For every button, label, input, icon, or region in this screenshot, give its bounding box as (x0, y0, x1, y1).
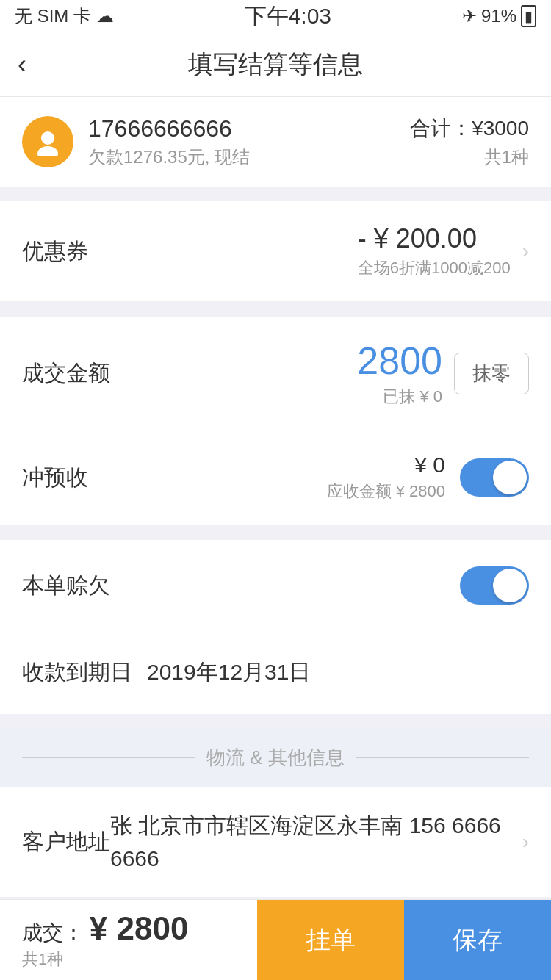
customer-phone: 17666666666 (88, 115, 250, 143)
address-row[interactable]: 客户地址 张 北京市市辖区海淀区永丰南 156 6666 6666 › (0, 787, 551, 897)
duedate-value: 2019年12月31日 (147, 657, 311, 688)
section-header: 物流 & 其他信息 (0, 729, 551, 787)
status-left: 无 SIM 卡 ☁ (15, 4, 114, 28)
status-time: 下午4:03 (245, 1, 331, 32)
section-header-line-right (356, 757, 529, 758)
prepay-row: 冲预收 ¥ 0 应收金额 ¥ 2800 (0, 430, 551, 525)
prepay-value: ¥ 0 (327, 453, 445, 478)
toggle-knob (493, 461, 527, 494)
avatar (22, 116, 73, 167)
content-area: 17666666666 欠款1276.35元, 现结 合计：¥3000 共1种 … (0, 97, 551, 980)
chevron-right-icon: › (522, 239, 529, 263)
deal-amount-value: 2800 (357, 339, 442, 383)
duedate-label: 收款到期日 (22, 657, 132, 688)
coupon-amount: - ¥ 200.00 (358, 223, 511, 254)
coupon-row[interactable]: 优惠券 - ¥ 200.00 全场6折满1000减200 › (0, 201, 551, 302)
divider-3 (0, 525, 551, 539)
save-button[interactable]: 保存 (404, 900, 551, 981)
customer-right: 合计：¥3000 共1种 (410, 115, 529, 169)
svg-point-0 (41, 131, 54, 145)
debit-label: 本单赊欠 (22, 571, 110, 601)
coupon-right: - ¥ 200.00 全场6折满1000减200 › (358, 223, 529, 279)
back-button[interactable]: ‹ (18, 49, 26, 80)
customer-total: 合计：¥3000 (410, 115, 529, 143)
prepay-label: 冲预收 (22, 463, 88, 493)
section-header-line-left (22, 757, 195, 758)
divider-1 (0, 187, 551, 201)
bottom-deal-label: 成交： (22, 921, 84, 944)
address-value: 张 北京市市辖区海淀区永丰南 156 6666 6666 (110, 809, 511, 875)
status-bar: 无 SIM 卡 ☁ 下午4:03 ✈ 91% ▮ (0, 0, 551, 32)
customer-count: 共1种 (410, 145, 529, 169)
section-header-text: 物流 & 其他信息 (206, 745, 345, 771)
bottom-bar: 成交： ¥ 2800 共1种 挂单 保存 (0, 899, 551, 980)
bottom-summary: 成交： ¥ 2800 共1种 (0, 910, 257, 970)
address-label: 客户地址 (22, 827, 110, 857)
hang-single-button[interactable]: 挂单 (257, 900, 404, 981)
prepay-value-block: ¥ 0 应收金额 ¥ 2800 (327, 453, 445, 502)
prepay-sub: 应收金额 ¥ 2800 (327, 480, 445, 502)
prepay-right: ¥ 0 应收金额 ¥ 2800 (327, 453, 529, 502)
divider-4 (0, 714, 551, 729)
location-icon: ✈ (462, 6, 477, 26)
deal-right: 2800 已抹 ¥ 0 抹零 (357, 339, 529, 408)
duedate-row: 收款到期日 2019年12月31日 (0, 631, 551, 714)
customer-card: 17666666666 欠款1276.35元, 现结 合计：¥3000 共1种 (0, 97, 551, 187)
battery-text: 91% (481, 6, 516, 26)
bottom-deal-amount: ¥ 2800 (90, 910, 189, 946)
round-button[interactable]: 抹零 (454, 353, 529, 394)
bottom-deal-row: 成交： ¥ 2800 (22, 910, 235, 947)
debit-row: 本单赊欠 (0, 539, 551, 631)
nav-bar: ‹ 填写结算等信息 (0, 32, 551, 97)
customer-left: 17666666666 欠款1276.35元, 现结 (22, 115, 250, 169)
divider-2 (0, 302, 551, 317)
debit-toggle[interactable] (460, 566, 529, 605)
customer-sub: 欠款1276.35元, 现结 (88, 145, 250, 169)
coupon-sub: 全场6折满1000减200 (358, 257, 511, 279)
page-title: 填写结算等信息 (188, 48, 363, 82)
deal-amount-sub: 已抹 ¥ 0 (357, 386, 442, 408)
debit-toggle-knob (493, 569, 527, 602)
status-right: ✈ 91% ▮ (462, 5, 536, 27)
address-chevron-icon: › (522, 830, 529, 854)
customer-info: 17666666666 欠款1276.35元, 现结 (88, 115, 250, 169)
svg-point-1 (37, 146, 58, 156)
deal-label: 成交金额 (22, 359, 110, 389)
prepay-toggle[interactable] (460, 458, 529, 497)
coupon-label: 优惠券 (22, 237, 88, 267)
deal-row: 成交金额 2800 已抹 ¥ 0 抹零 (0, 317, 551, 430)
battery-icon: ▮ (521, 5, 536, 27)
bottom-count: 共1种 (22, 948, 235, 970)
sim-status: 无 SIM 卡 ☁ (15, 4, 114, 28)
